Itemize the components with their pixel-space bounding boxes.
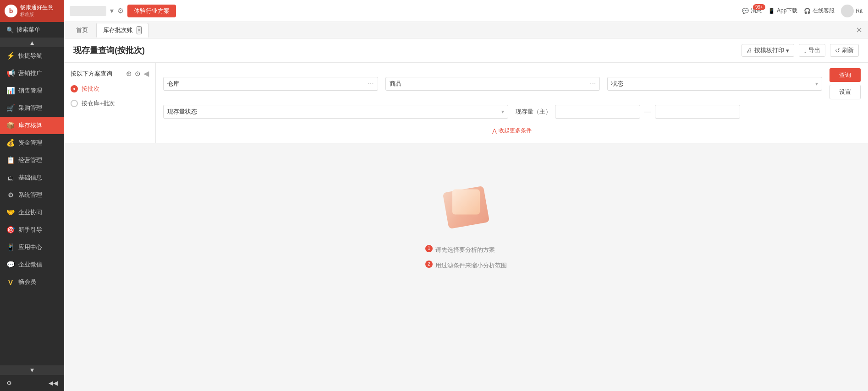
add-scheme-button[interactable]: ⊕	[126, 69, 132, 78]
sidebar-search[interactable]: 🔍 搜索菜单	[0, 22, 64, 38]
quick-nav-icon: ⚡	[6, 52, 15, 60]
refresh-icon: ↺	[835, 47, 840, 54]
sidebar-item-label: 经营管理	[18, 156, 42, 164]
sidebar-item-label: 采购管理	[18, 104, 42, 112]
template-print-label: 按模板打印	[754, 46, 784, 54]
sidebar-item-basic[interactable]: 🗂 基础信息	[0, 169, 64, 186]
template-print-chevron[interactable]: ▾	[786, 47, 789, 54]
refresh-label: 刷新	[842, 46, 854, 54]
topbar-right: 💬 消息 99+ 📱 App下载 🎧 在线客服 Rit	[742, 5, 863, 17]
scheme-settings-button[interactable]: ⊙	[135, 69, 141, 78]
status-select-wrap[interactable]: 状态 ▾	[607, 77, 822, 91]
filter-option-by-warehouse-batch[interactable]: 按仓库+批次	[64, 96, 155, 111]
inventory-qty-min[interactable]	[555, 105, 640, 119]
sidebar-item-label: 库存核算	[18, 121, 42, 130]
warehouse-input[interactable]	[183, 81, 368, 87]
sidebar-scroll-up[interactable]: ▲	[0, 38, 64, 47]
sidebar-item-label: 企业微信	[18, 261, 42, 269]
topbar-breadcrumb	[70, 6, 106, 16]
sidebar-app-subtitle: 标准版	[20, 11, 53, 18]
customer-service-button[interactable]: 🎧 在线客服	[804, 7, 835, 15]
sidebar-item-newbie[interactable]: 🎯 新手引导	[0, 221, 64, 239]
inventory-qty-max[interactable]	[655, 105, 740, 119]
sidebar-item-purchase[interactable]: 🛒 采购管理	[0, 99, 64, 117]
topbar-dropdown-icon[interactable]: ▾	[110, 6, 114, 15]
tab-batch-account-label: 库存批次账	[103, 26, 133, 34]
warehouse-more-icon[interactable]: ···	[368, 80, 374, 88]
inventory-qty-label: 现存量（主）	[516, 108, 551, 116]
topbar-left: ▾ ⚙ 体验行业方案	[70, 5, 737, 17]
newbie-icon: 🎯	[6, 226, 15, 234]
sidebar-scroll-down[interactable]: ▼	[0, 365, 64, 375]
filter-option-by-batch[interactable]: ● 按批次	[64, 81, 155, 96]
enterprise-wechat-icon: 💬	[6, 261, 15, 269]
app-download-button[interactable]: 📱 App下载	[768, 7, 797, 15]
filter-sidebar-title: 按以下方案查询	[71, 70, 112, 78]
sidebar-item-app-center[interactable]: 📱 应用中心	[0, 239, 64, 256]
page-title: 现存量查询(按批次)	[73, 45, 145, 56]
filter-form: 仓库 ··· 商品 ··· 状态	[156, 63, 868, 143]
tip-num-1: 1	[425, 245, 433, 252]
filter-option-icon-warehouse-batch	[71, 100, 78, 107]
inventory-status-select[interactable]: 现存量状态 ▾	[163, 105, 508, 119]
sidebar-item-enterprise-wechat[interactable]: 💬 企业微信	[0, 256, 64, 273]
settings-icon[interactable]: ⚙	[6, 380, 12, 386]
tab-home[interactable]: 首页	[70, 23, 94, 37]
sidebar-footer: ⚙ ◀◀	[0, 375, 64, 391]
sidebar-item-label: 应用中心	[18, 243, 42, 251]
filter-sidebar-header: 按以下方案查询 ⊕ ⊙ ◀	[64, 67, 155, 81]
sidebar-app-name: 畅康通好生意	[20, 4, 53, 11]
tab-close-button[interactable]: ×	[137, 26, 142, 34]
export-label: 导出	[808, 46, 820, 54]
filter-row-2: 现存量状态 ▾ 现存量（主） —	[163, 105, 861, 119]
sidebar-item-marketing[interactable]: 📢 营销推广	[0, 65, 64, 82]
refresh-button[interactable]: ↺ 刷新	[830, 44, 859, 57]
user-profile[interactable]: Rit	[841, 5, 863, 17]
headset-icon: 🎧	[804, 8, 811, 14]
warehouse-label: 仓库	[167, 80, 179, 88]
sidebar-item-finance[interactable]: 💰 资金管理	[0, 134, 64, 152]
sidebar-item-operation[interactable]: 📋 经营管理	[0, 152, 64, 169]
filter-sidebar-collapse[interactable]: ◀	[143, 69, 149, 78]
settings-button[interactable]: 设置	[830, 85, 861, 99]
filter-row-1: 仓库 ··· 商品 ··· 状态	[163, 68, 861, 99]
customer-service-label: 在线客服	[813, 7, 835, 15]
sidebar-app-info: 畅康通好生意 标准版	[20, 4, 53, 18]
export-button[interactable]: ↓ 导出	[799, 44, 826, 57]
tip-text-2: 用过滤条件来缩小分析范围	[435, 260, 507, 272]
collapse-more[interactable]: ⋀ 收起更多条件	[163, 124, 861, 137]
collapse-sidebar-icon[interactable]: ◀◀	[49, 380, 58, 386]
sidebar-item-inventory[interactable]: 📦 库存核算	[0, 117, 64, 134]
template-print-button[interactable]: 🖨 按模板打印 ▾	[742, 44, 794, 57]
tip-num-2: 2	[425, 261, 433, 268]
product-more-icon[interactable]: ···	[590, 80, 596, 88]
sidebar-item-system[interactable]: ⚙ 系统管理	[0, 186, 64, 204]
query-button[interactable]: 查询	[830, 68, 861, 82]
messages-button[interactable]: 💬 消息 99+	[742, 7, 762, 15]
messages-badge: 99+	[753, 4, 765, 10]
sidebar: b 畅康通好生意 标准版 🔍 搜索菜单 ▲ ⚡ 快捷导航 📢 营销推广 📊 销售…	[0, 0, 64, 391]
sidebar-item-enterprise[interactable]: 🤝 企业协同	[0, 204, 64, 221]
topbar-gear-icon[interactable]: ⚙	[117, 6, 124, 15]
system-icon: ⚙	[6, 191, 15, 199]
sidebar-item-sales[interactable]: 📊 销售管理	[0, 82, 64, 99]
topbar: ▾ ⚙ 体验行业方案 💬 消息 99+ 📱 App下载 🎧 在线客服 Rit	[64, 0, 868, 22]
product-input-wrap[interactable]: 商品 ···	[385, 77, 600, 91]
sidebar-item-label: 新手引导	[18, 226, 42, 234]
page-actions: 🖨 按模板打印 ▾ ↓ 导出 ↺ 刷新	[742, 44, 859, 57]
filter-option-label-batch: 按批次	[82, 85, 99, 93]
filter-option-label-warehouse-batch: 按仓库+批次	[82, 99, 115, 108]
sidebar-item-quick-nav[interactable]: ⚡ 快捷导航	[0, 47, 64, 65]
tab-page-close-button[interactable]: ✕	[856, 25, 863, 35]
sidebar-nav: ⚡ 快捷导航 📢 营销推广 📊 销售管理 🛒 采购管理 📦 库存核算 💰 资金管…	[0, 47, 64, 365]
inventory-status-label: 现存量状态	[167, 108, 197, 116]
tab-batch-account[interactable]: 库存批次账 ×	[96, 23, 148, 38]
warehouse-input-wrap[interactable]: 仓库 ···	[163, 77, 378, 91]
sidebar-item-member[interactable]: V 畅会员	[0, 273, 64, 291]
collapse-chevron-icon: ⋀	[492, 128, 497, 134]
member-icon: V	[6, 278, 15, 286]
product-input[interactable]	[405, 81, 590, 87]
sidebar-item-label: 快捷导航	[18, 52, 42, 60]
sidebar-item-label: 企业协同	[18, 208, 42, 217]
trial-button[interactable]: 体验行业方案	[127, 5, 176, 17]
